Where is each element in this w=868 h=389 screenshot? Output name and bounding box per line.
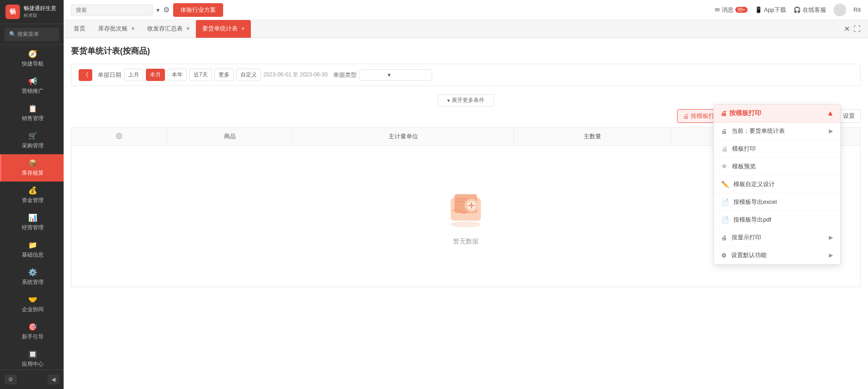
filter-expand-button[interactable]: 《 <box>79 69 92 81</box>
sidebar-item-label: 系统管理 <box>22 278 44 286</box>
header-right: ✉ 消息 99+ 📱 App下载 🎧 在线客服 Rit <box>715 4 861 16</box>
date-prev-month-button[interactable]: 上月 <box>124 69 143 81</box>
sidebar-item-basic[interactable]: 📁 基础信息 <box>0 236 64 263</box>
collapse-sidebar-button[interactable]: ◀ <box>48 374 59 384</box>
order-type-select[interactable]: ▾ <box>359 69 432 81</box>
tab-home[interactable]: 首页 <box>67 20 92 38</box>
date-custom-button[interactable]: 自定义 <box>236 69 261 81</box>
current-item-icon: 🖨 <box>721 128 727 135</box>
svg-rect-7 <box>456 201 464 202</box>
dropdown-item-export-excel[interactable]: 📄 按模板导出excel <box>714 193 840 211</box>
order-type-value <box>364 71 386 78</box>
template-custom-label: 模板自定义设计 <box>733 180 775 188</box>
sidebar-item-label: 新手引导 <box>22 333 44 341</box>
header-gear-button[interactable]: ⚙ <box>163 5 170 14</box>
tab-order-stats-close[interactable]: × <box>241 25 244 32</box>
settings-bottom-button[interactable]: ⚙ <box>5 374 17 384</box>
date-current-month-button[interactable]: 本月 <box>146 69 165 81</box>
header-search-input[interactable] <box>71 5 153 15</box>
expand-more-conditions-button[interactable]: ▾ 展开更多条件 <box>438 94 494 106</box>
print-dropdown-close-button[interactable]: ▲ <box>827 109 834 117</box>
set-default-left: ⚙ 设置默认功能 <box>721 251 767 259</box>
search-menu-button[interactable]: 🔍 搜索菜单 <box>5 28 59 41</box>
message-badge: 99+ <box>735 7 748 13</box>
tab-close-all-button[interactable]: ✕ <box>844 25 850 33</box>
online-service-button[interactable]: 🎧 在线客服 <box>793 6 826 14</box>
sidebar-item-sales[interactable]: 📋 销售管理 <box>0 100 64 127</box>
page-title: 要货单统计表(按商品) <box>71 45 861 56</box>
tab-order-stats[interactable]: 要货单统计表 × <box>196 20 251 38</box>
svg-rect-6 <box>456 198 468 199</box>
sidebar-item-label: 库存核算 <box>22 169 44 177</box>
tab-batch-account-label: 库存批次账 <box>98 25 128 33</box>
display-print-left: 🖨 按显示打印 <box>721 233 761 242</box>
trial-button[interactable]: 体验行业方案 <box>173 3 223 17</box>
sidebar-item-guide[interactable]: 🎯 新手引导 <box>0 318 64 345</box>
sidebar-item-marketing[interactable]: 📢 营销推广 <box>0 72 64 100</box>
order-type-label: 单据类型 <box>333 71 357 79</box>
expand-more-label: 展开更多条件 <box>452 96 484 104</box>
sidebar-item-finance[interactable]: 💰 资金管理 <box>0 182 64 209</box>
sidebar-item-label: 经营管理 <box>22 224 44 232</box>
app-download-button[interactable]: 📱 App下载 <box>755 6 786 14</box>
app-badge: 标准版 <box>24 12 56 19</box>
template-print-label: 模板打印 <box>732 145 756 153</box>
filter-bar: 《 单据日期 上月 本月 本年 近7天 更多 自定义 2023-06-01 至 … <box>71 64 861 86</box>
quick-nav-icon: 🧭 <box>28 50 37 58</box>
print-dropdown-title-text: 按模板打印 <box>729 109 761 117</box>
tab-collection-summary-close[interactable]: × <box>186 25 190 32</box>
table-col-quantity: 主数量 <box>514 128 671 146</box>
dropdown-item-template-preview[interactable]: 👁 模板预览 <box>714 158 840 176</box>
set-default-arrow: ▶ <box>829 252 833 258</box>
dropdown-item-export-pdf[interactable]: 📄 按模板导出pdf <box>714 211 840 229</box>
dropdown-item-display-print[interactable]: 🖨 按显示打印 ▶ <box>714 229 840 247</box>
message-button[interactable]: ✉ 消息 99+ <box>715 6 748 14</box>
order-type-chevron-icon: ▾ <box>388 71 391 78</box>
app-center-icon: 🔲 <box>28 350 37 359</box>
online-service-label: 在线客服 <box>803 6 826 14</box>
date-more-button[interactable]: 更多 <box>215 69 234 81</box>
tab-batch-account[interactable]: 库存批次账 × <box>92 20 141 38</box>
sidebar-item-label: 资金管理 <box>22 197 44 204</box>
set-default-label: 设置默认功能 <box>731 251 767 259</box>
app-download-icon: 📱 <box>755 6 762 13</box>
tab-order-stats-label: 要货单统计表 <box>202 25 238 33</box>
sidebar-item-quick-nav[interactable]: 🧭 快捷导航 <box>0 45 64 72</box>
dropdown-item-template-custom[interactable]: ✏️ 模板自定义设计 <box>714 176 840 193</box>
sidebar-item-inventory[interactable]: 📦 库存核算 <box>0 154 64 182</box>
date-last-7-days-button[interactable]: 近7天 <box>190 69 212 81</box>
sidebar-item-app-center[interactable]: 🔲 应用中心 <box>0 345 64 369</box>
sidebar: 畅 畅捷通好生意 标准版 🔍 搜索菜单 🧭 快捷导航 📢 营销推广 📋 销售管理… <box>0 0 64 389</box>
dropdown-item-template-print[interactable]: 🖨 模板打印 <box>714 140 840 158</box>
sidebar-item-system[interactable]: ⚙️ 系统管理 <box>0 263 64 291</box>
marketing-icon: 📢 <box>28 77 37 86</box>
print-dropdown-popup: 🖨 按模板打印 ▲ 🖨 当前：要货单统计表 ▶ 🖨 模板打印 👁 模板预览 <box>713 104 841 265</box>
sidebar-item-purchase[interactable]: 🛒 采购管理 <box>0 127 64 154</box>
logo-text-block: 畅捷通好生意 标准版 <box>24 5 56 19</box>
sidebar-item-operation[interactable]: 📊 经营管理 <box>0 209 64 236</box>
empty-state-message: 暂无数据 <box>453 237 479 246</box>
operation-icon: 📊 <box>28 213 37 222</box>
date-range-display: 2023-06-01 至 2023-06-30 <box>264 71 328 79</box>
sidebar-item-label: 应用中心 <box>22 360 44 368</box>
dropdown-item-set-default[interactable]: ⚙ 设置默认功能 ▶ <box>714 247 840 264</box>
date-filter-group: 单据日期 上月 本月 本年 近7天 更多 自定义 2023-06-01 至 20… <box>98 69 328 81</box>
sidebar-item-label: 采购管理 <box>22 142 44 150</box>
table-col-settings[interactable] <box>71 128 167 146</box>
tab-bar-right: ✕ ⛶ <box>844 20 864 38</box>
sidebar-item-collab[interactable]: 🤝 企业协同 <box>0 291 64 318</box>
sidebar-item-label: 快捷导航 <box>22 60 44 68</box>
tab-batch-account-close[interactable]: × <box>131 25 135 32</box>
current-item-label: 当前：要货单统计表 <box>732 127 785 135</box>
tab-collection-summary[interactable]: 收发存汇总表 × <box>141 20 196 38</box>
date-current-year-button[interactable]: 本年 <box>168 69 187 81</box>
tab-maximize-button[interactable]: ⛶ <box>853 25 861 33</box>
header-dropdown-button[interactable]: ▾ <box>156 6 160 14</box>
app-logo: 畅 畅捷通好生意 标准版 <box>0 0 64 24</box>
display-print-icon: 🖨 <box>721 234 727 241</box>
print-dropdown-title-icon: 🖨 <box>720 110 727 117</box>
dropdown-item-current-left: 🖨 当前：要货单统计表 <box>721 127 785 135</box>
avatar[interactable] <box>833 4 846 16</box>
dropdown-item-current[interactable]: 🖨 当前：要货单统计表 ▶ <box>714 122 840 140</box>
table-col-unit: 主计量单位 <box>293 128 514 146</box>
